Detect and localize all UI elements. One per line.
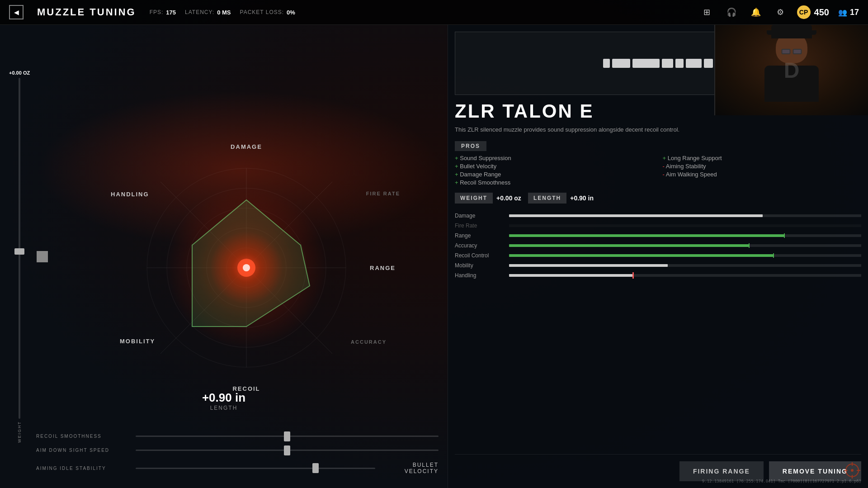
bullet-velocity-label: BULLET VELOCITY bbox=[384, 462, 439, 474]
attachment-description: This ZLR silenced muzzle provides sound … bbox=[455, 125, 861, 134]
weight-label: WEIGHT bbox=[17, 421, 22, 443]
top-bar-left: MUZZLE TUNING FPS: 175 LATENCY: 0 MS PAC… bbox=[9, 5, 295, 19]
stat-fire-rate-label: Fire Rate bbox=[455, 223, 505, 229]
stat-handling-track bbox=[509, 274, 861, 277]
tuning-value-unit: LENGTH bbox=[202, 405, 245, 411]
stat-fire-rate: Fire Rate bbox=[455, 223, 861, 229]
attach-seg-7 bbox=[704, 59, 713, 68]
stat-accuracy-track bbox=[509, 244, 861, 247]
stat-accuracy-fill bbox=[509, 244, 749, 247]
stat-recoil-label: Recoil Control bbox=[455, 252, 505, 259]
length-badge: LENGTH +0.90 in bbox=[528, 193, 594, 204]
radar-label-range: RANGE bbox=[370, 265, 396, 271]
radar-label-fire-rate: FIRE RATE bbox=[366, 191, 400, 196]
packet-loss-label: PACKET LOSS: bbox=[240, 9, 284, 15]
headphones-icon[interactable]: 🎧 bbox=[724, 5, 739, 20]
ads-speed-track[interactable] bbox=[136, 450, 439, 451]
stat-mobility-track bbox=[509, 264, 861, 267]
stat-mobility-fill bbox=[509, 264, 668, 267]
left-panel: +0.00 OZ WEIGHT DAMAGE FIRE RATE RANGE A… bbox=[0, 25, 448, 488]
weight-badge-label: WEIGHT bbox=[455, 193, 493, 204]
stat-range-marker bbox=[784, 233, 785, 238]
cam-glasses-right bbox=[793, 49, 802, 54]
packet-loss-value: 0% bbox=[287, 9, 295, 16]
friends-display: 👥 17 bbox=[838, 8, 859, 17]
aiming-idle-stability-slider: AIMING IDLE STABILITY BULLET VELOCITY bbox=[36, 462, 439, 474]
top-bar-right: ⊞ 🎧 🔔 ⚙ CP 450 👥 17 bbox=[699, 5, 859, 20]
cam-face: D bbox=[715, 25, 868, 115]
radar-svg bbox=[133, 155, 359, 381]
ads-speed-thumb[interactable] bbox=[284, 445, 290, 455]
performance-stats: FPS: 175 LATENCY: 0 MS PACKET LOSS: 0% bbox=[150, 9, 295, 16]
pros-list: Sound Suppression Long Range Support Bul… bbox=[455, 155, 861, 186]
aiming-idle-stability-label: AIMING IDLE STABILITY bbox=[36, 466, 127, 471]
recoil-smoothness-track[interactable] bbox=[136, 436, 439, 437]
weight-badge-value: +0.00 oz bbox=[496, 194, 521, 202]
con-aim-walking: Aim Walking Speed bbox=[663, 171, 862, 178]
weight-slider-container: +0.00 OZ WEIGHT bbox=[9, 70, 48, 443]
latency-label: LATENCY: bbox=[185, 9, 214, 15]
weight-badge: WEIGHT +0.00 oz bbox=[455, 193, 521, 204]
stat-mobility-label: Mobility bbox=[455, 262, 505, 269]
stat-damage-track bbox=[509, 214, 861, 217]
attach-seg-6 bbox=[686, 59, 702, 68]
main-content: +0.00 OZ WEIGHT DAMAGE FIRE RATE RANGE A… bbox=[0, 25, 868, 488]
stat-damage: Damage bbox=[455, 213, 861, 219]
con-aiming-stability: Aiming Stability bbox=[663, 163, 862, 170]
right-panel: ZLR TALON E This ZLR silenced muzzle pro… bbox=[448, 25, 868, 488]
grid-icon[interactable]: ⊞ bbox=[699, 5, 715, 20]
cam-hat-brim bbox=[767, 30, 816, 35]
bottom-sliders: RECOIL SMOOTHNESS AIM DOWN SIGHT SPEED A… bbox=[36, 434, 439, 474]
pro-sound-suppression: Sound Suppression bbox=[455, 155, 654, 161]
pro-bullet-velocity: Bullet Velocity bbox=[455, 163, 654, 170]
attach-seg-4 bbox=[662, 59, 673, 68]
tuning-value-number: +0.90 in bbox=[202, 391, 245, 405]
stat-handling-fill bbox=[509, 274, 632, 277]
aiming-idle-stability-track[interactable] bbox=[136, 468, 375, 469]
length-badge-value: +0.90 in bbox=[570, 194, 594, 202]
radar-label-handling: HANDLING bbox=[111, 191, 149, 198]
firing-range-button[interactable]: FIRING RANGE bbox=[679, 461, 764, 481]
weight-slider-thumb[interactable] bbox=[14, 248, 24, 255]
stat-recoil-fill bbox=[509, 254, 773, 257]
fps-stat: FPS: 175 bbox=[150, 9, 176, 16]
radar-label-accuracy: ACCURACY bbox=[351, 339, 387, 345]
stat-range-label: Range bbox=[455, 232, 505, 239]
page-title: MUZZLE TUNING bbox=[37, 6, 136, 18]
weight-slider-group: +0.00 OZ WEIGHT bbox=[9, 70, 30, 443]
notification-icon[interactable]: 🔔 bbox=[748, 5, 764, 20]
cam-person: D bbox=[751, 32, 832, 109]
cam-hat bbox=[771, 25, 812, 38]
stat-damage-label: Damage bbox=[455, 213, 505, 219]
stat-handling-marker bbox=[632, 272, 634, 279]
currency-display: CP 450 bbox=[797, 5, 829, 19]
radar-chart-area: DAMAGE FIRE RATE RANGE ACCURACY RECOIL M… bbox=[45, 47, 448, 488]
attach-seg-3 bbox=[632, 59, 660, 68]
recoil-smoothness-thumb[interactable] bbox=[284, 431, 290, 441]
back-button[interactable] bbox=[9, 5, 24, 19]
attachment-name-text: ZLR TALON E bbox=[455, 102, 594, 121]
stat-range-fill bbox=[509, 234, 784, 237]
attach-seg-1 bbox=[603, 59, 610, 68]
radar-label-mobility: MOBILITY bbox=[120, 338, 155, 345]
ads-speed-label: AIM DOWN SIGHT SPEED bbox=[36, 448, 127, 453]
pro-recoil-smoothness: Recoil Smoothness bbox=[455, 179, 654, 186]
cam-glasses bbox=[782, 49, 802, 54]
length-badge-label: LENGTH bbox=[528, 193, 566, 204]
weight-slider-track[interactable] bbox=[19, 78, 20, 419]
stat-fire-rate-track bbox=[509, 224, 861, 227]
stat-range-track bbox=[509, 234, 861, 237]
ads-speed-slider: AIM DOWN SIGHT SPEED bbox=[36, 448, 439, 453]
friends-icon: 👥 bbox=[838, 8, 847, 17]
stat-damage-fill bbox=[509, 214, 763, 217]
friends-value: 17 bbox=[850, 8, 859, 17]
aiming-idle-stability-thumb[interactable] bbox=[312, 463, 319, 473]
pro-damage-range: Damage Range bbox=[455, 171, 654, 178]
stat-accuracy-label: Accuracy bbox=[455, 242, 505, 249]
tune-badges: WEIGHT +0.00 oz LENGTH +0.90 in bbox=[455, 193, 861, 204]
cam-letter: D bbox=[784, 58, 800, 83]
settings-icon[interactable]: ⚙ bbox=[773, 5, 788, 20]
stat-handling-label: Handling bbox=[455, 272, 505, 279]
stat-recoil-marker bbox=[773, 253, 774, 258]
radar-label-damage: DAMAGE bbox=[231, 143, 262, 150]
